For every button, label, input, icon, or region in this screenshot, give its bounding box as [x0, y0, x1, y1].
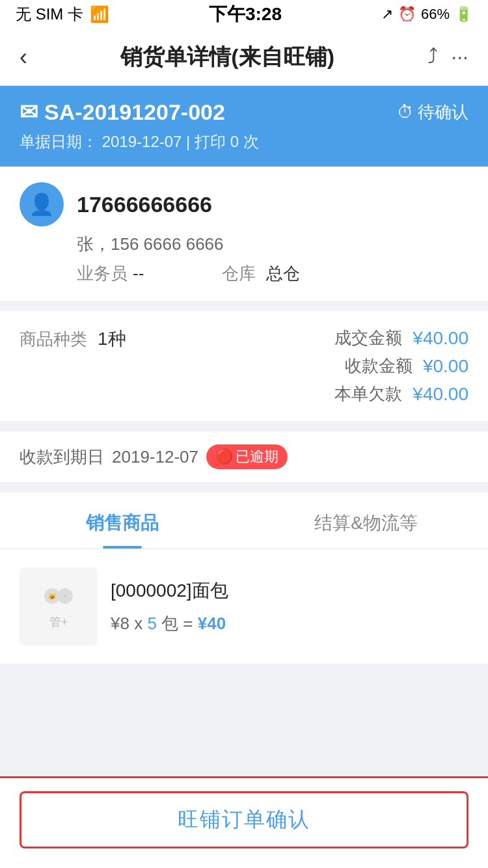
battery-text: 66%	[421, 6, 450, 23]
sales-value: --	[133, 264, 144, 284]
product-list: 😺 + 管+ [0000002]面包 ¥8 x 5 包 = ¥40	[0, 549, 488, 664]
transaction-label: 成交金额	[334, 327, 402, 349]
due-date-section: 收款到期日 2019-12-07 🔴 已逾期	[0, 431, 488, 482]
transaction-value: ¥40.00	[413, 328, 468, 349]
product-type-label: 商品种类	[20, 328, 87, 351]
overdue-text: 已逾期	[236, 447, 278, 467]
summary-section: 商品种类 1种 成交金额 ¥40.00 收款金额 ¥0.00 本单欠款 ¥40.…	[0, 311, 488, 421]
share-icon[interactable]: ⤴	[427, 45, 438, 69]
bottom-bar: 旺铺订单确认	[0, 776, 488, 868]
warehouse-value: 总仓	[266, 262, 300, 285]
logo-text: 管+	[49, 614, 68, 630]
confirm-order-button[interactable]: 旺铺订单确认	[20, 791, 468, 848]
table-row: 😺 + 管+ [0000002]面包 ¥8 x 5 包 = ¥40	[0, 549, 488, 664]
tabs-row: 销售商品 结算&物流等	[0, 493, 488, 549]
total-price: ¥40	[198, 614, 226, 633]
back-button[interactable]: ‹	[20, 44, 27, 71]
alarm-icon: ⏰	[398, 6, 416, 23]
overdue-icon: 🔴	[215, 448, 233, 465]
avatar-icon: 👤	[29, 192, 55, 217]
product-type-value: 1种	[98, 327, 126, 351]
product-thumbnail: 😺 + 管+	[20, 567, 98, 645]
more-icon[interactable]: ···	[451, 45, 468, 69]
avatar: 👤	[20, 182, 64, 226]
owed-label: 本单欠款	[334, 383, 402, 405]
received-label: 收款金额	[345, 355, 413, 377]
unit-price: ¥8	[111, 614, 129, 633]
status-time: 下午3:28	[209, 2, 282, 27]
svg-text:+: +	[63, 593, 67, 600]
due-date-value: 2019-12-07	[112, 447, 198, 467]
status-clock-icon: ⏱	[397, 102, 414, 122]
product-price-row: ¥8 x 5 包 = ¥40	[111, 612, 468, 635]
page-title: 销货单详情(来自旺铺)	[120, 42, 334, 72]
sales-label: 业务员	[77, 262, 128, 285]
product-info: [0000002]面包 ¥8 x 5 包 = ¥40	[111, 578, 468, 635]
svg-text:😺: 😺	[48, 592, 57, 601]
product-name: [0000002]面包	[111, 578, 468, 603]
customer-phone: 17666666666	[77, 192, 212, 217]
order-id-text: SA-20191207-002	[44, 100, 225, 125]
order-header: ✉ SA-20191207-002 ⏱ 待确认 单据日期： 2019-12-07…	[0, 86, 488, 167]
due-date-label: 收款到期日	[20, 446, 104, 468]
customer-name-detail: 张，156 6666 6666	[20, 233, 468, 256]
customer-meta: 业务员 -- 仓库 总仓	[20, 262, 468, 285]
order-date-line: 单据日期： 2019-12-07 | 打印 0 次	[20, 131, 468, 152]
owed-value: ¥40.00	[413, 384, 468, 405]
location-icon: ↗	[381, 6, 393, 23]
received-value: ¥0.00	[423, 356, 468, 377]
tab-settlement-logistics[interactable]: 结算&物流等	[244, 493, 488, 549]
tab-sales-products[interactable]: 销售商品	[0, 493, 244, 549]
wifi-icon: 📶	[90, 5, 109, 23]
order-icon: ✉	[20, 99, 38, 125]
nav-bar: ‹ 销货单详情(来自旺铺) ⤴ ···	[0, 29, 488, 86]
status-right: ↗ ⏰ 66% 🔋	[381, 6, 472, 23]
customer-section: 👤 17666666666 张，156 6666 6666 业务员 -- 仓库 …	[0, 167, 488, 301]
status-left: 无 SIM 卡 📶	[16, 4, 109, 25]
overdue-badge: 🔴 已逾期	[206, 444, 288, 469]
quantity: 5	[147, 614, 156, 633]
order-status: 待确认	[418, 101, 468, 124]
status-bar: 无 SIM 卡 📶 下午3:28 ↗ ⏰ 66% 🔋	[0, 0, 488, 29]
battery-icon: 🔋	[455, 6, 472, 23]
tabs-section: 销售商品 结算&物流等	[0, 493, 488, 549]
carrier-text: 无 SIM 卡	[16, 4, 83, 25]
nav-actions: ⤴ ···	[427, 45, 468, 69]
warehouse-label: 仓库	[222, 262, 256, 285]
